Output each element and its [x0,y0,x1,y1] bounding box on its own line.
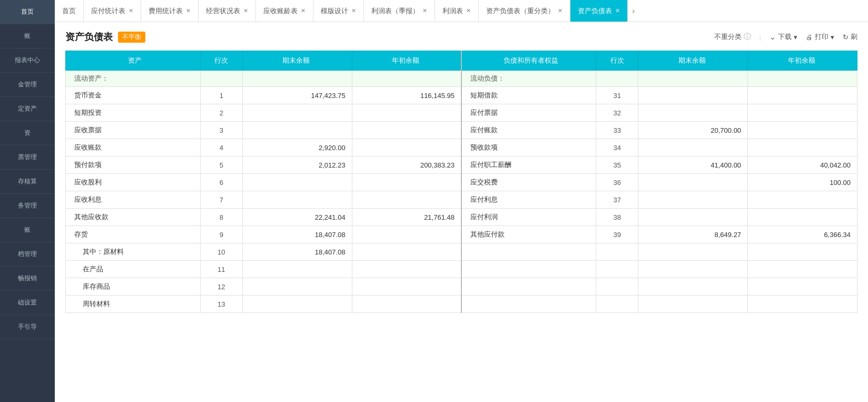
left-beginning-amount: 116,145.95 [352,87,461,104]
left-item-label[interactable]: 应收股利 [66,174,201,191]
left-ending-amount [242,174,352,191]
tab-expense-stats[interactable]: 费用统计表 ✕ [141,0,199,22]
left-row-num: 9 [200,226,242,243]
header-liability: 负债和所有者权益 [461,51,596,71]
header-ending-left: 期末余额 [242,51,352,71]
tab-ar-aging[interactable]: 应收账龄表 ✕ [256,0,313,22]
sidebar-item-home[interactable]: 首页 [0,0,55,24]
sidebar-item-settings[interactable]: 础设置 [0,291,55,315]
close-icon[interactable]: ✕ [243,7,248,14]
left-item-label[interactable]: 预付款项 [66,156,201,174]
left-item-label[interactable]: 应收票据 [66,122,201,139]
right-item-label[interactable] [461,296,596,313]
sidebar-item-invest[interactable]: 资 [0,121,55,145]
tab-income[interactable]: 利润表 ✕ [435,0,479,22]
sidebar-item-tax[interactable]: 务管理 [0,194,55,218]
sidebar-item-expense[interactable]: 畅报销 [0,267,55,291]
right-row-num [596,243,638,261]
left-item-label[interactable]: 应收账款 [66,139,201,156]
close-icon[interactable]: ✕ [351,7,356,14]
sidebar-item-ledger[interactable]: 账 [0,24,55,48]
left-row-num: 5 [200,156,242,174]
right-row-num: 39 [596,226,638,243]
sidebar-item-bills[interactable]: 票管理 [0,145,55,170]
tab-operations[interactable]: 经营状况表 ✕ [199,0,256,22]
left-item-label[interactable]: 短期投资 [66,104,201,122]
close-icon[interactable]: ✕ [129,7,133,14]
tab-nav-right-arrow[interactable]: › [628,6,639,16]
right-item-label[interactable]: 应付账款 [461,122,596,139]
header-beginning-left: 年初余额 [352,51,461,71]
left-item-label[interactable]: 库存商品 [66,278,201,296]
left-item-label[interactable]: 在产品 [66,261,201,278]
close-icon[interactable]: ✕ [558,7,563,14]
right-item-label[interactable]: 应付职工薪酬 [461,156,596,174]
close-icon[interactable]: ✕ [186,7,191,14]
sidebar-item-inventory[interactable]: 存核算 [0,170,55,194]
row-num [596,71,638,87]
table-row: 应收利息 7 应付利息 37 [66,191,857,209]
right-item-label[interactable] [461,261,596,278]
right-item-label[interactable]: 应付票据 [461,104,596,122]
tab-balance-sheet[interactable]: 资产负债表 ✕ [570,0,628,22]
sidebar-item-account[interactable]: 账 [0,218,55,242]
left-item-label[interactable]: 其中：原材料 [66,243,201,261]
right-beginning-amount [748,209,857,226]
left-item-label[interactable]: 应收利息 [66,191,201,209]
ending-left [242,71,352,87]
tab-income-quarterly[interactable]: 利润表（季报） ✕ [364,0,435,22]
divider: | [760,33,761,41]
right-beginning-amount [748,104,857,122]
left-item-label[interactable]: 周转材料 [66,296,201,313]
table-row: 预付款项 5 2,012.23 200,383.23 应付职工薪酬 35 41,… [66,156,857,174]
left-item-label[interactable]: 货币资金 [66,87,201,104]
close-icon[interactable]: ✕ [615,7,620,14]
right-item-label[interactable] [461,278,596,296]
sidebar-item-assets[interactable]: 定资产 [0,97,55,121]
right-row-num: 34 [596,139,638,156]
right-row-num [596,278,638,296]
left-row-num: 2 [200,104,242,122]
right-item-label[interactable] [461,243,596,261]
right-beginning-amount [748,87,857,104]
right-item-label[interactable]: 应付利润 [461,209,596,226]
right-ending-amount [638,278,748,296]
left-item-label[interactable]: 存货 [66,226,201,243]
tab-payable-stats[interactable]: 应付统计表 ✕ [84,0,141,22]
sidebar-item-cash[interactable]: 金管理 [0,73,55,97]
close-icon[interactable]: ✕ [301,7,305,14]
left-row-num: 3 [200,122,242,139]
download-icon: ⌄ [770,33,776,41]
header-beginning-right: 年初余额 [748,51,857,71]
left-beginning-amount [352,261,461,278]
ending-right [638,71,748,87]
right-ending-amount [638,191,748,209]
table-row: 应收票据 3 应付账款 33 20,700.00 [66,122,857,139]
tab-home[interactable]: 首页 [55,0,84,22]
right-ending-amount [638,261,748,278]
chevron-down-icon: ▾ [794,33,797,41]
download-button[interactable]: ⌄ 下载 ▾ [770,32,797,42]
close-icon[interactable]: ✕ [422,7,427,14]
tab-template-design[interactable]: 模版设计 ✕ [313,0,364,22]
right-ending-amount [638,296,748,313]
refresh-button[interactable]: ↻ 刷 [843,32,857,42]
sidebar-item-reports[interactable]: 报表中心 [0,48,55,73]
right-row-num: 38 [596,209,638,226]
sidebar-item-guide[interactable]: 手引导 [0,315,55,339]
left-beginning-amount [352,104,461,122]
right-item-label[interactable]: 其他应付款 [461,226,596,243]
tab-balance-reclassified[interactable]: 资产负债表（重分类） ✕ [479,0,570,22]
right-item-label[interactable]: 应付利息 [461,191,596,209]
right-beginning-amount: 100.00 [748,174,857,191]
print-button[interactable]: 🖨 打印 ▾ [806,32,834,42]
right-ending-amount [638,104,748,122]
right-item-label[interactable]: 预收款项 [461,139,596,156]
right-item-label[interactable]: 应交税费 [461,174,596,191]
left-item-label[interactable]: 其他应收款 [66,209,201,226]
close-icon[interactable]: ✕ [466,7,471,14]
right-ending-amount [638,243,748,261]
right-item-label[interactable]: 短期借款 [461,87,596,104]
sidebar-item-archive[interactable]: 档管理 [0,242,55,267]
category-select[interactable]: 不重分类 ⓘ [714,32,751,42]
